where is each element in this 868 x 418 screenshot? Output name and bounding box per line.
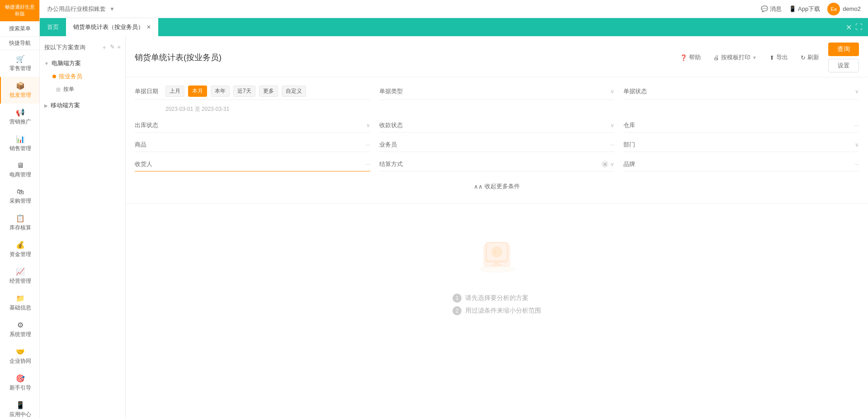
left-panel-header-icons: ＋ ✎ « xyxy=(101,43,121,52)
username: demo2 xyxy=(843,5,861,12)
outstatus-content[interactable]: ∨ xyxy=(165,122,370,128)
sidebar-item-basic-info[interactable]: 📁 基础信息 xyxy=(0,290,39,316)
print-btn[interactable]: 🖨 按模板打印 ▼ xyxy=(710,52,760,63)
message-btn[interactable]: 💬 消息 xyxy=(761,5,782,13)
date-btn-more[interactable]: 更多 xyxy=(259,86,278,97)
goods-dots-icon: ··· xyxy=(366,142,370,148)
sidebar-item-marketing[interactable]: 📢 营销推广 xyxy=(0,104,39,130)
sidebar-item-appcenter[interactable]: 📱 应用中心 xyxy=(0,396,39,418)
sidebar-item-label: 营销推广 xyxy=(9,118,31,126)
sales-icon: 📊 xyxy=(16,135,25,143)
breadcrumb-dropdown[interactable]: ▼ xyxy=(109,6,115,12)
receiptstatus-content[interactable]: ∨ xyxy=(410,122,615,128)
right-panel-header: 销货单统计表(按业务员) ❓ 帮助 🖨 按模板打印 ▼ ⬆ 导出 xyxy=(126,36,868,77)
tab-home[interactable]: 首页 xyxy=(40,18,66,36)
sidebar-item-system[interactable]: ⚙ 系统管理 xyxy=(0,316,39,343)
app-download-label: App下载 xyxy=(798,5,820,13)
tab-close-icon[interactable]: ✕ xyxy=(146,24,151,30)
goods-content[interactable]: ··· xyxy=(165,142,370,148)
left-panel: 按以下方案查询 ＋ ✎ « ▼ 电脑端方案 按业务员 ⊞ xyxy=(40,36,126,418)
warehouse-content[interactable]: ··· xyxy=(654,122,859,128)
date-btn-thismonth[interactable]: 本月 xyxy=(188,86,207,97)
mobile-scheme-group-title[interactable]: ▶ 移动端方案 xyxy=(40,99,125,112)
date-btn-7days[interactable]: 近7天 xyxy=(233,86,255,97)
tabs-bar: 首页 销货单统计表（按业务员） ✕ ✕ ⛶ xyxy=(40,18,868,36)
sidebar-item-finance[interactable]: 💰 资金管理 xyxy=(0,236,39,263)
date-range-text: 2023-03-01 至 2023-03-31 xyxy=(165,106,229,112)
left-panel-title: 按以下方案查询 xyxy=(44,43,85,52)
close-window-icon[interactable]: ✕ xyxy=(846,23,852,32)
date-btn-thisyear[interactable]: 本年 xyxy=(211,86,230,97)
refresh-btn[interactable]: ↻ 刷新 xyxy=(797,52,823,63)
doctype-content[interactable]: ∨ xyxy=(410,88,615,95)
settlement-dropdown-icon[interactable]: ∨ xyxy=(610,161,614,167)
settlement-clear-icon[interactable]: ✕ xyxy=(601,161,609,168)
sidebar-item-guide[interactable]: 🎯 新手引导 xyxy=(0,370,39,396)
export-icon: ⬆ xyxy=(769,54,774,61)
date-btn-custom[interactable]: 自定义 xyxy=(282,86,306,97)
tip-num-2: 2 xyxy=(453,306,462,315)
sidebar-item-ecommerce[interactable]: 🖥 电商管理 xyxy=(0,157,39,183)
sidebar-item-label: 零售管理 xyxy=(9,65,31,72)
brand-content[interactable]: ··· xyxy=(654,161,859,167)
appcenter-icon: 📱 xyxy=(16,401,25,409)
refresh-icon: ↻ xyxy=(801,54,806,61)
mobile-scheme-label: 移动端方案 xyxy=(51,101,80,109)
tab-sales-report[interactable]: 销货单统计表（按业务员） ✕ xyxy=(66,18,158,36)
export-label: 导出 xyxy=(776,53,788,62)
right-panel: 销货单统计表(按业务员) ❓ 帮助 🖨 按模板打印 ▼ ⬆ 导出 xyxy=(126,36,868,418)
receiver-dots-icon: ··· xyxy=(366,161,370,167)
sidebar-item-label: 批发管理 xyxy=(9,91,31,99)
salesperson-label: 业务员 xyxy=(379,141,406,149)
goods-label: 商品 xyxy=(135,141,162,149)
by-order-item[interactable]: ⊞ 按单 xyxy=(40,83,125,95)
sidebar-item-inventory[interactable]: 📋 库存核算 xyxy=(0,209,39,236)
salesperson-filter-cell: 业务员 ··· xyxy=(379,138,615,152)
app-download-btn[interactable]: 📱 App下载 xyxy=(789,5,820,13)
query-button[interactable]: 查询 xyxy=(828,43,859,56)
warehouse-dots-icon: ··· xyxy=(854,122,859,128)
maximize-icon[interactable]: ⛶ xyxy=(855,23,863,31)
filter-area: 单据日期 上月 本月 本年 近7天 更多 自定义 xyxy=(126,77,868,204)
sidebar-item-enterprise[interactable]: 🤝 企业协同 xyxy=(0,343,39,370)
pc-scheme-group-title[interactable]: ▼ 电脑端方案 xyxy=(40,57,125,70)
receiptstatus-filter-cell: 收款状态 ∨ xyxy=(379,119,615,133)
docstatus-content[interactable]: ∨ xyxy=(654,88,859,95)
receiptstatus-label: 收款状态 xyxy=(379,121,406,129)
help-btn[interactable]: ❓ 帮助 xyxy=(676,52,704,63)
date-btn-lastmonth[interactable]: 上月 xyxy=(165,86,184,97)
sidebar: 畅捷通好生意 标版 搜索菜单 快捷导航 🛒 零售管理 📦 批发管理 📢 营销推广… xyxy=(0,0,40,418)
sidebar-item-operations[interactable]: 📈 经营管理 xyxy=(0,263,39,290)
sidebar-item-wholesale[interactable]: 📦 批发管理 xyxy=(0,77,39,104)
sidebar-item-purchase[interactable]: 🛍 采购管理 xyxy=(0,183,39,209)
collapse-filters-btn[interactable]: ∧∧ 收起更多条件 xyxy=(474,179,520,194)
sidebar-item-retail[interactable]: 🛒 零售管理 xyxy=(0,50,39,77)
edit-scheme-icon[interactable]: ✎ xyxy=(110,43,115,52)
sidebar-item-label: 系统管理 xyxy=(9,331,31,338)
department-content[interactable]: ∨ xyxy=(654,142,859,148)
sidebar-item-label: 新手引导 xyxy=(9,384,31,392)
receiver-label: 收货人 xyxy=(135,160,162,168)
sidebar-item-label: 企业协同 xyxy=(9,357,31,365)
receiver-content[interactable]: ··· xyxy=(165,161,370,167)
docstatus-label: 单据状态 xyxy=(623,87,651,95)
settings-button[interactable]: 设置 xyxy=(828,59,859,72)
sidebar-item-sales[interactable]: 📊 销售管理 xyxy=(0,130,39,157)
salesperson-content[interactable]: ··· xyxy=(410,142,615,148)
collapse-panel-icon[interactable]: « xyxy=(118,43,121,52)
search-menu[interactable]: 搜索菜单 xyxy=(0,21,39,37)
export-btn[interactable]: ⬆ 导出 xyxy=(766,52,792,63)
sidebar-item-label: 应用中心 xyxy=(9,411,31,418)
by-salesperson-item[interactable]: 按业务员 xyxy=(40,70,125,83)
brand-filter-cell: 品牌 ··· xyxy=(623,157,859,171)
sidebar-item-label: 销售管理 xyxy=(9,145,31,152)
quick-nav[interactable]: 快捷导航 xyxy=(0,37,39,50)
empty-illustration: ! xyxy=(470,231,524,285)
add-scheme-icon[interactable]: ＋ xyxy=(101,43,107,52)
by-salesperson-label: 按业务员 xyxy=(59,72,82,81)
system-icon: ⚙ xyxy=(17,321,24,329)
user-area[interactable]: Ea demo2 xyxy=(827,3,861,15)
outstatus-filter-cell: 出库状态 ∨ xyxy=(135,119,370,133)
receiptstatus-dropdown-icon: ∨ xyxy=(610,122,614,128)
sidebar-logo[interactable]: 畅捷通好生意 标版 xyxy=(0,0,39,21)
